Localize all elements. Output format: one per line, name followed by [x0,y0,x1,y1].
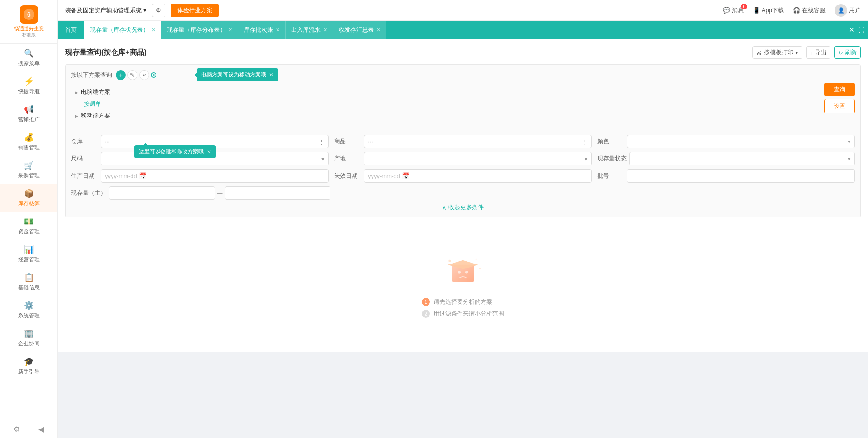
expire-date-calendar-icon[interactable]: 📅 [402,172,410,179]
settings-bottom-icon[interactable]: ⚙ [14,425,20,433]
batch-no-field: 批号 [597,169,855,183]
user-menu[interactable]: 👤 用户 [835,4,861,17]
add-scheme-button[interactable]: + [116,70,126,80]
sidebar-item-label: 企业协同 [18,340,40,348]
export-button[interactable]: ↑ 导出 [806,46,831,59]
filter-rows: 仓库 ··· ⋮ 商品 ··· ⋮ [71,135,855,200]
tab-in-out-flow[interactable]: 出入库流水 ✕ [285,21,333,39]
sidebar-item-finance[interactable]: 💵 资金管理 [0,212,57,240]
sidebar-item-label: 销售管理 [18,144,40,151]
tab-inventory-status[interactable]: 现存量（库存状况表） ✕ [84,21,161,39]
system-selector[interactable]: 装备及固定资产辅助管理系统 ▾ [65,6,146,14]
tab-home[interactable]: 首页 [58,21,84,39]
empty-illustration [440,248,486,289]
goods-placeholder: ··· [368,138,373,145]
industry-button[interactable]: 体验行业方案 [171,4,219,17]
tooltip-scheme-close-icon[interactable]: ✕ [207,149,211,155]
expire-date-input[interactable]: yyyy-mm-dd 📅 [364,169,592,183]
logo-badge: 标准版 [22,32,36,38]
back-scheme-button[interactable]: « [139,70,149,80]
sidebar-item-sales[interactable]: 💰 销售管理 [0,128,57,156]
origin-select[interactable]: ▾ [364,152,592,165]
service-icon: 🎧 [793,7,800,14]
sidebar-item-purchase[interactable]: 🛒 采购管理 [0,156,57,184]
message-icon: 💬 [723,7,730,14]
print-button[interactable]: 🖨 按模板打印 ▾ [752,46,802,59]
mobile-scheme-label: 移动端方案 [81,112,110,120]
filter-section: 电脑方案可设为移动方案哦 ✕ 这里可以创建和修改方案哦 ✕ 按以下方案查询 + … [65,64,861,217]
tooltip-close-icon[interactable]: ✕ [269,72,274,78]
prod-date-calendar-icon[interactable]: 📅 [139,172,146,179]
sidebar-item-label: 采购管理 [18,172,40,179]
stock-qty-from[interactable] [109,186,215,200]
enterprise-icon: 🏢 [24,329,34,339]
title-actions: 🖨 按模板打印 ▾ ↑ 导出 ↻ 刷新 [752,46,861,59]
color-select[interactable]: ▾ [627,135,855,148]
sidebar-item-label: 新手引导 [18,368,40,376]
empty-tip-1: 1 请先选择要分析的方案 [422,298,504,306]
header-right: 💬 消息 6 📱 App下载 🎧 在线客服 👤 用户 [723,4,861,17]
tab-close-icon[interactable]: ✕ [377,27,381,33]
sidebar-item-search-menu[interactable]: 🔍 搜索菜单 [0,44,57,72]
tab-batch-account[interactable]: 库存批次账 ✕ [238,21,285,39]
collapse-more-button[interactable]: ∧ 收起更多条件 [442,203,484,212]
color-label: 颜色 [597,137,624,146]
size-dropdown-icon: ▾ [321,155,325,162]
edit-scheme-button[interactable]: ✎ [127,70,137,80]
stock-qty-to[interactable] [225,186,331,200]
range-separator: — [217,190,223,197]
sidebar-item-quick-nav[interactable]: ⚡ 快捷导航 [0,72,57,100]
refresh-button[interactable]: ↻ 刷新 [834,46,861,59]
app-download-button[interactable]: 📱 App下载 [753,6,784,14]
color-dropdown-icon: ▾ [848,138,851,145]
gear-button[interactable]: ⚙ [152,4,165,17]
query-button[interactable]: 查询 [824,83,855,96]
sidebar-item-operations[interactable]: 📊 经营管理 [0,240,57,268]
reset-button[interactable]: 设置 [824,99,855,113]
mobile-scheme-item[interactable]: ▶ 移动端方案 [71,110,855,122]
sidebar-item-enterprise[interactable]: 🏢 企业协同 [0,324,57,352]
tab-close-icon[interactable]: ✕ [228,27,232,33]
online-service-button[interactable]: 🎧 在线客服 [793,6,826,14]
pc-scheme-item[interactable]: ▶ 电脑端方案 [71,86,855,98]
tab-inventory-dist[interactable]: 现存量（库存分布表） ✕ [161,21,238,39]
phone-icon: 📱 [753,7,760,14]
sidebar-item-marketing[interactable]: 📢 营销推广 [0,100,57,128]
collapse-icon: ∧ [442,204,447,211]
origin-field: 产地 ▾ [334,152,592,165]
message-badge: 6 [741,4,747,9]
tab-collect-summary[interactable]: 收发存汇总表 ✕ [333,21,386,39]
system-icon: ⚙️ [24,301,34,311]
operations-icon: 📊 [24,245,34,254]
sidebar-item-inventory[interactable]: 📦 库存核算 [0,184,57,212]
stock-qty-field: 现存量（主） — [71,186,330,200]
sidebar-item-guide[interactable]: 🎓 新手引导 [0,352,57,380]
page-content: 现存量查询(按仓库+商品) 🖨 按模板打印 ▾ ↑ 导出 ↻ 刷新 [58,39,868,438]
batch-no-input[interactable] [627,169,855,183]
tip-num-2: 2 [422,310,430,318]
tab-close-icon[interactable]: ✕ [276,27,280,33]
base-info-icon: 📋 [24,273,34,283]
scheme-sub-item[interactable]: 接调单 [71,98,855,110]
finance-icon: 💵 [24,217,34,226]
tab-label: 现存量（库存状况表） [90,26,149,34]
goods-select[interactable]: ··· ⋮ [364,135,592,148]
arrow-icon: ▶ [75,90,78,95]
svg-point-8 [479,268,481,269]
tab-close-icon[interactable]: ✕ [151,27,156,33]
tab-close-icon[interactable]: ✕ [323,27,327,33]
sidebar-item-label: 资金管理 [18,228,40,235]
message-button[interactable]: 💬 消息 6 [723,6,744,14]
sidebar-item-label: 基础信息 [18,284,40,292]
sidebar-item-system[interactable]: ⚙️ 系统管理 [0,296,57,324]
tip-num-1: 1 [422,298,430,306]
sidebar-item-base-info[interactable]: 📋 基础信息 [0,268,57,296]
tab-fullscreen-icon[interactable]: ⛶ [858,26,864,33]
collapse-sidebar-icon[interactable]: ◀ [38,425,44,433]
tab-close-all-icon[interactable]: ✕ [849,26,854,33]
warehouse-label: 仓库 [71,137,98,146]
tab-bar-right: ✕ ⛶ [849,26,868,33]
stock-status-select[interactable]: ▾ [629,152,855,165]
batch-no-label: 批号 [597,172,624,180]
prod-date-input[interactable]: yyyy-mm-dd 📅 [101,169,329,183]
